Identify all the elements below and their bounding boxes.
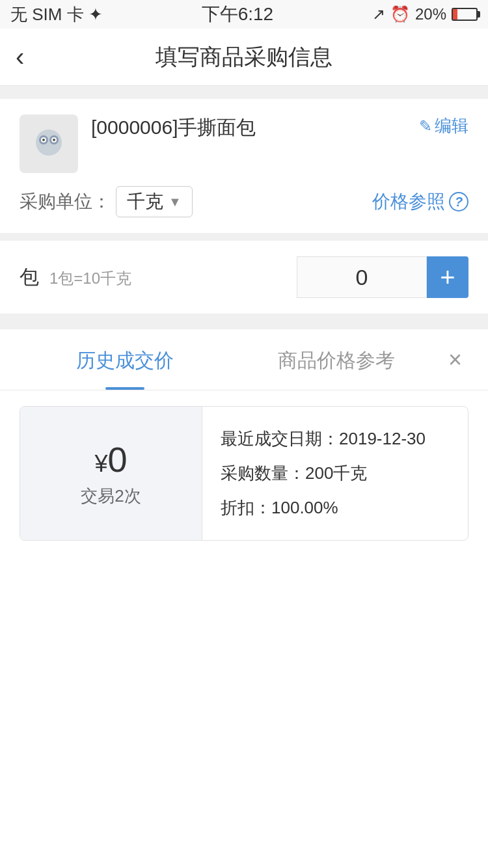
unit-selected-value: 千克 [127,189,163,214]
unit-row-left: 采购单位： 千克 ▼ [20,186,193,217]
price-reference-button[interactable]: 价格参照 ? [372,189,468,214]
transaction-price: ¥0 [94,439,127,480]
svg-point-5 [42,139,45,141]
quantity-left: 包 1包=10千克 [20,264,131,291]
product-unit-row: 采购单位： 千克 ▼ 价格参照 ? [20,186,468,217]
status-left: 无 SIM 卡 ✦ [10,3,103,26]
tabs-container: 历史成交价 商品价格参考 × ¥0 交易2次 最近成交日期：2019-12-30… [0,329,488,556]
discount-row: 折扣：100.00% [221,495,450,521]
tab-history-price-label: 历史成交价 [76,349,174,371]
product-name: [0000006]手撕面包 [91,115,256,141]
transaction-left: ¥0 交易2次 [20,407,202,540]
product-name-text: 手撕面包 [178,116,256,138]
svg-point-7 [41,146,57,154]
battery-icon [452,8,478,21]
back-button[interactable]: ‹ [16,42,24,72]
unit-label: 采购单位： [20,189,111,214]
tab-history-price[interactable]: 历史成交价 [20,329,230,390]
quantity-unit-badge: 包 [20,264,39,291]
quantity-input[interactable] [297,256,427,298]
transaction-list: ¥0 交易2次 最近成交日期：2019-12-30 采购数量：200千克 折扣：… [0,390,488,556]
bottom-area [0,556,488,868]
battery-fill [453,9,457,20]
sim-signal-text: 无 SIM 卡 ✦ [10,3,103,26]
currency-symbol: ¥ [94,450,107,477]
product-header: [0000006]手撕面包 ✎ 编辑 [20,115,468,173]
discount-value: 100.00% [271,498,338,517]
quantity-plus-button[interactable]: + [427,256,468,298]
recent-date-value: 2019-12-30 [339,429,426,448]
product-logo-icon [29,124,68,163]
status-right: ↗ ⏰ 20% [372,5,478,23]
edit-button[interactable]: ✎ 编辑 [419,115,468,137]
transaction-card: ¥0 交易2次 最近成交日期：2019-12-30 采购数量：200千克 折扣：… [20,406,468,541]
dropdown-arrow-icon: ▼ [169,195,182,210]
discount-label: 折扣： [221,498,271,517]
status-time: 下午6:12 [202,2,274,27]
quantity-conversion: 1包=10千克 [49,268,131,289]
transaction-count: 交易2次 [81,485,141,508]
price-ref-label: 价格参照 [372,189,445,214]
transaction-right: 最近成交日期：2019-12-30 采购数量：200千克 折扣：100.00% [202,407,468,540]
page-title: 填写商品采购信息 [156,42,332,72]
product-id: [0000006] [91,116,178,138]
price-ref-info-icon: ? [449,192,468,211]
nav-bar: ‹ 填写商品采购信息 [0,29,488,86]
tabs-header: 历史成交价 商品价格参考 × [0,329,488,390]
product-section: [0000006]手撕面包 ✎ 编辑 采购单位： 千克 ▼ 价格参照 ? [0,99,488,233]
recent-date-row: 最近成交日期：2019-12-30 [221,426,450,452]
transaction-price-value: 0 [107,440,127,479]
edit-icon: ✎ [419,117,432,135]
section-divider-2 [0,314,488,321]
status-bar: 无 SIM 卡 ✦ 下午6:12 ↗ ⏰ 20% [0,0,488,29]
alarm-icon: ⏰ [390,5,410,23]
section-divider-1 [0,233,488,241]
purchase-quantity-value: 200千克 [305,463,367,483]
purchase-quantity-row: 采购数量：200千克 [221,461,450,486]
unit-select-dropdown[interactable]: 千克 ▼ [116,186,193,217]
recent-date-label: 最近成交日期： [221,429,339,448]
tab-product-price-ref[interactable]: 商品价格参考 [230,329,441,390]
edit-label: 编辑 [435,115,468,137]
purchase-quantity-label: 采购数量： [221,463,305,483]
product-image [20,115,78,173]
svg-point-6 [53,139,55,141]
tab-product-price-ref-label: 商品价格参考 [278,349,395,371]
quantity-input-group: + [297,256,468,298]
location-icon: ↗ [372,5,385,23]
tabs-close-button[interactable]: × [442,333,468,387]
quantity-row: 包 1包=10千克 + [0,241,488,314]
product-left: [0000006]手撕面包 [20,115,256,173]
battery-percent: 20% [415,5,446,23]
